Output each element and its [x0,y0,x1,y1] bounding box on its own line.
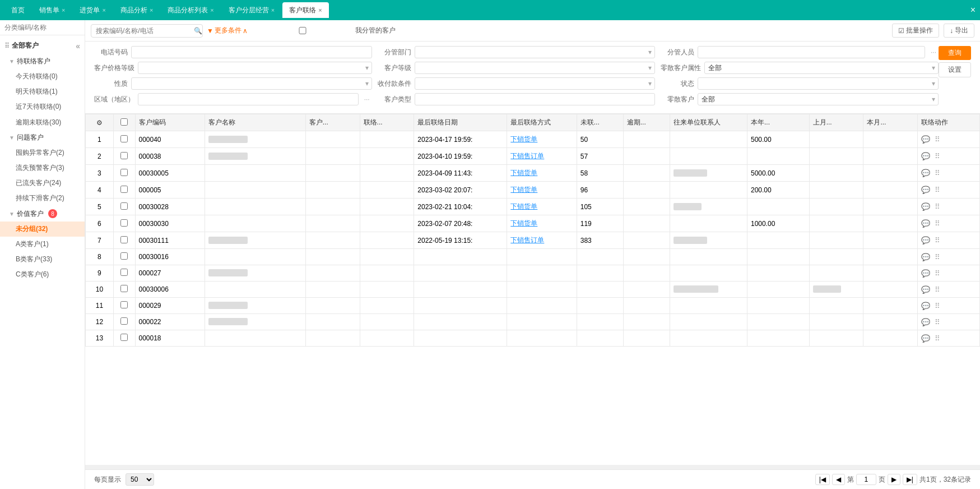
lastway-link[interactable]: 下销售订单 [510,236,544,244]
settings-icon[interactable]: ⚙ [96,119,103,127]
sidebar-value-header[interactable]: ▼ 价值客户 8 [0,206,85,222]
qr-icon[interactable]: ⠿ [935,219,940,228]
cust-type-input[interactable] [415,93,656,105]
export-button[interactable]: ↓ 导出 [944,24,974,38]
prev-page-button[interactable]: ◀ [832,474,845,485]
close-customer-contact-icon[interactable]: × [318,7,322,13]
tab-analysis-list[interactable]: 商品分析列表 × [161,2,220,18]
status-select[interactable] [698,77,939,90]
chat-icon[interactable]: 💬 [921,302,930,310]
sidebar-item-churn-warn[interactable]: 流失预警客户(3) [0,160,85,176]
chat-icon[interactable]: 💬 [921,219,930,228]
batch-ops-button[interactable]: ☑ 批量操作 [892,24,939,38]
retail-cust-select[interactable]: 全部 [698,93,939,105]
first-page-button[interactable]: |◀ [815,474,830,485]
last-page-button[interactable]: ▶| [903,474,917,485]
row-checkbox[interactable] [120,285,128,292]
lastway-link[interactable]: 下销货单 [510,135,537,143]
chat-icon[interactable]: 💬 [921,236,930,245]
retail-attr-select[interactable]: 全部 [704,62,939,74]
sidebar-item-tomorrow[interactable]: 明天待联络(1) [0,84,85,99]
close-customer-tier-icon[interactable]: × [271,7,275,13]
qr-icon[interactable]: ⠿ [935,186,940,194]
chat-icon[interactable]: 💬 [921,202,930,211]
qr-icon[interactable]: ⠿ [935,236,940,245]
tab-analysis[interactable]: 商品分析 × [114,2,160,18]
close-analysis-icon[interactable]: × [150,7,153,13]
sidebar-item-classC[interactable]: C类客户(6) [0,267,85,282]
row-checkbox[interactable] [120,219,128,227]
collapse-icon[interactable]: « [76,41,80,50]
more-conditions-btn[interactable]: ▼ 更多条件 ∧ [207,26,248,35]
nature-select[interactable] [131,77,372,90]
th-checkbox[interactable] [113,114,135,131]
chat-icon[interactable]: 💬 [921,269,930,278]
sidebar-search-input[interactable] [4,24,85,31]
phone-input[interactable] [131,46,372,58]
search-input[interactable] [91,24,203,38]
sidebar-item-7days[interactable]: 近7天待联络(0) [0,99,85,114]
sidebar-item-declining[interactable]: 持续下滑客户(2) [0,191,85,206]
tab-sales[interactable]: 销售单 × [32,2,72,18]
row-checkbox[interactable] [120,202,128,210]
chat-icon[interactable]: 💬 [921,253,930,261]
select-all-checkbox[interactable] [120,118,128,126]
horizontal-scrollbar[interactable] [85,465,980,469]
row-checkbox[interactable] [120,169,128,176]
sidebar-pending-header[interactable]: ▼ 待联络客户 [0,54,85,69]
price-level-select[interactable] [138,62,372,74]
sidebar-problem-header[interactable]: ▼ 问题客户 [0,130,85,145]
qr-icon[interactable]: ⠿ [935,285,940,294]
row-checkbox[interactable] [120,152,128,159]
my-customers-checkbox-label[interactable]: 我分管的客户 [252,26,396,35]
qr-icon[interactable]: ⠿ [935,318,940,326]
page-number-input[interactable] [856,474,876,485]
close-purchase-icon[interactable]: × [102,7,105,13]
row-checkbox[interactable] [120,186,128,193]
sidebar-item-overdue[interactable]: 逾期未联络(30) [0,115,85,130]
lastway-link[interactable]: 下销货单 [510,186,537,193]
qr-icon[interactable]: ⠿ [935,269,940,278]
person-input[interactable] [698,46,925,58]
chat-icon[interactable]: 💬 [921,186,930,194]
row-checkbox[interactable] [120,252,128,260]
cust-level-select[interactable] [415,62,656,74]
row-checkbox[interactable] [120,317,128,325]
tab-customer-tier[interactable]: 客户分层经营 × [222,2,281,18]
th-gear[interactable]: ⚙ [86,114,114,131]
search-icon[interactable]: 🔍 [194,27,202,35]
my-customers-checkbox[interactable] [252,27,353,34]
qr-icon[interactable]: ⠿ [935,253,940,261]
chat-icon[interactable]: 💬 [921,135,930,144]
close-analysis-list-icon[interactable]: × [210,7,213,13]
chat-icon[interactable]: 💬 [921,334,930,343]
sidebar-item-churned[interactable]: 已流失客户(24) [0,176,85,191]
close-sales-icon[interactable]: × [62,7,65,13]
tab-customer-contact[interactable]: 客户联络 × [282,2,328,18]
qr-icon[interactable]: ⠿ [935,334,940,343]
chat-icon[interactable]: 💬 [921,285,930,294]
payment-select[interactable] [415,77,656,90]
sidebar-item-ungroped[interactable]: 未分组(32) [0,222,85,237]
row-checkbox[interactable] [120,236,128,243]
lastway-link[interactable]: 下销货单 [510,202,537,210]
qr-icon[interactable]: ⠿ [935,152,940,160]
reset-button[interactable]: 设置 [939,62,971,77]
lastway-link[interactable]: 下销售订单 [510,152,544,160]
search-button[interactable]: 查询 [939,46,971,60]
close-all-tabs-icon[interactable]: × [970,5,976,15]
sidebar-item-today[interactable]: 今天待联络(0) [0,69,85,84]
region-dots-icon[interactable]: ··· [362,94,372,104]
chat-icon[interactable]: 💬 [921,169,930,177]
region-input[interactable] [138,93,359,105]
sidebar-item-abnormal[interactable]: 囤购异常客户(2) [0,145,85,160]
chat-icon[interactable]: 💬 [921,318,930,326]
qr-icon[interactable]: ⠿ [935,135,940,144]
dept-select[interactable] [415,46,656,58]
qr-icon[interactable]: ⠿ [935,302,940,310]
next-page-button[interactable]: ▶ [888,474,900,485]
qr-icon[interactable]: ⠿ [935,169,940,177]
sidebar-item-classA[interactable]: A类客户(1) [0,237,85,252]
page-size-select[interactable]: 50 20 100 [126,473,154,486]
tab-home[interactable]: 首页 [4,2,31,18]
